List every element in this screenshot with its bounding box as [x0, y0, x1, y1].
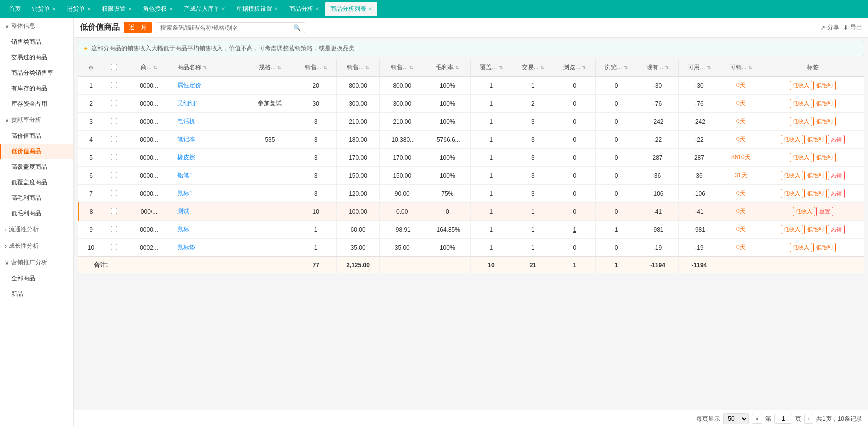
- nav-product-analysis-list[interactable]: 商品分析列表 ✕: [325, 2, 377, 16]
- row-name[interactable]: 铅笔1: [174, 167, 245, 185]
- settings-icon[interactable]: ⚙: [88, 64, 94, 71]
- row-check[interactable]: [111, 208, 117, 214]
- close-icon[interactable]: ✕: [368, 6, 372, 12]
- row-name[interactable]: 鼠标: [174, 221, 245, 239]
- next-page-button[interactable]: ›: [804, 414, 813, 424]
- tag-badge: 低收入: [793, 207, 815, 216]
- row-view1: 0: [554, 239, 595, 257]
- sidebar-item-low-margin[interactable]: 低毛利商品: [0, 206, 73, 221]
- page-number-input[interactable]: [774, 414, 792, 424]
- nav-template[interactable]: 单据模板设置 ✕: [231, 2, 283, 16]
- page-size-select[interactable]: 50 100 200: [723, 413, 749, 424]
- nav-roles[interactable]: 角色授权 ✕: [138, 2, 178, 16]
- sidebar-item-category-sales-rate[interactable]: 商品分类销售率: [0, 65, 73, 81]
- nav-home[interactable]: 首页: [4, 2, 26, 16]
- first-page-button[interactable]: «: [752, 414, 762, 424]
- row-stock: 36: [637, 167, 678, 185]
- row-qty: 30: [295, 95, 336, 113]
- row-check[interactable]: [111, 172, 117, 178]
- sidebar-item-high-value[interactable]: 高价值商品: [0, 128, 73, 144]
- sidebar-item-high-margin[interactable]: 高毛利商品: [0, 190, 73, 206]
- table-row: 7 0000... 鼠标1 3 120.00 90.00 75% 1 3 0 0…: [78, 185, 864, 203]
- row-cover: 1: [470, 239, 512, 257]
- close-icon[interactable]: ✕: [52, 6, 56, 12]
- pagination: 每页显示 50 100 200 « 第 页 › 共1页，10条记录: [696, 413, 862, 424]
- row-days: 0天: [720, 239, 762, 257]
- tag-badge: 低收入: [790, 117, 812, 126]
- row-name[interactable]: 鼠标1: [174, 185, 245, 203]
- row-name[interactable]: 鼠标垫: [174, 239, 245, 257]
- row-avail: -76: [678, 95, 720, 113]
- row-sale1: 180.00: [337, 131, 379, 149]
- sidebar-group-contribution[interactable]: ∨ 贡献率分析: [0, 112, 73, 128]
- row-check[interactable]: [111, 136, 117, 142]
- nav-products-in[interactable]: 产成品入库单 ✕: [179, 2, 230, 16]
- row-no: 9: [78, 221, 104, 239]
- sidebar-item-high-coverage[interactable]: 高覆盖度商品: [0, 159, 73, 175]
- close-icon[interactable]: ✕: [128, 6, 132, 12]
- share-button[interactable]: ↗ 分享: [820, 23, 839, 32]
- row-spec: [245, 149, 295, 167]
- row-tags: 低收入低毛利热销: [762, 185, 864, 203]
- row-check[interactable]: [111, 100, 117, 106]
- tag-badge: 低毛利: [804, 135, 827, 144]
- export-button[interactable]: ⬇ 导出: [843, 23, 862, 32]
- select-all-checkbox[interactable]: [111, 64, 117, 70]
- tag-badge: 热销: [828, 189, 845, 198]
- search-icon[interactable]: 🔍: [293, 24, 301, 31]
- sidebar-group-growth[interactable]: › 成长性分析: [0, 238, 73, 254]
- sidebar-group-overall[interactable]: ∨ 整体信息: [0, 18, 73, 34]
- close-icon[interactable]: ✕: [87, 6, 91, 12]
- row-tags: 低收入低毛利: [762, 239, 864, 257]
- totals-qty: 77: [295, 257, 336, 273]
- nav-product-analysis[interactable]: 商品分析 ✕: [284, 2, 324, 16]
- sidebar-group-marketing[interactable]: ∨ 营销推广分析: [0, 254, 73, 271]
- row-view2: 0: [595, 113, 637, 131]
- row-name[interactable]: 测试: [174, 203, 245, 221]
- sidebar-group-circulation[interactable]: › 流通性分析: [0, 221, 73, 238]
- row-name[interactable]: 电话机: [174, 113, 245, 131]
- row-view2: 0: [595, 185, 637, 203]
- view-link[interactable]: 1: [573, 226, 576, 233]
- nav-purchase[interactable]: 进货单 ✕: [62, 2, 96, 16]
- close-icon[interactable]: ✕: [169, 6, 173, 12]
- sidebar-item-low-value[interactable]: 低价值商品: [0, 144, 73, 159]
- row-sale1: 170.00: [337, 149, 379, 167]
- chevron-down-icon: ∨: [5, 259, 9, 266]
- row-view2: 0: [595, 167, 637, 185]
- row-name[interactable]: 吴细细1: [174, 95, 245, 113]
- row-check[interactable]: [111, 244, 117, 250]
- data-table-container[interactable]: ⚙ 商... ⇅ 商品名称 ⇅ 规格... ⇅ 销售... ⇅ 销售... ⇅ …: [78, 59, 864, 410]
- row-checkbox: [104, 221, 124, 239]
- tag-badge: 低毛利: [813, 243, 836, 252]
- sidebar-item-stock-capital[interactable]: 库存资金占用: [0, 96, 73, 112]
- row-check[interactable]: [111, 190, 117, 196]
- sidebar-item-stock-products[interactable]: 有库存的商品: [0, 81, 73, 96]
- sidebar-item-traded-products[interactable]: 交易过的商品: [0, 50, 73, 65]
- nav-permissions[interactable]: 权限设置 ✕: [97, 2, 137, 16]
- row-qty: 3: [295, 149, 336, 167]
- filter-button[interactable]: 近一月: [124, 22, 152, 33]
- close-icon[interactable]: ✕: [274, 6, 278, 12]
- nav-sales[interactable]: 销货单 ✕: [27, 2, 61, 16]
- row-qty: 1: [295, 221, 336, 239]
- chevron-right-icon: ›: [5, 226, 7, 233]
- row-name[interactable]: 橡皮擦: [174, 149, 245, 167]
- row-check[interactable]: [111, 154, 117, 160]
- sidebar-item-low-coverage[interactable]: 低覆盖度商品: [0, 175, 73, 190]
- row-name[interactable]: 笔记本: [174, 131, 245, 149]
- sidebar-item-sales-products[interactable]: 销售类商品: [0, 34, 73, 50]
- row-name[interactable]: 属性定价: [174, 76, 245, 95]
- search-input[interactable]: [160, 24, 291, 31]
- total-info: 共1页，10条记录: [816, 415, 862, 423]
- row-sale1: 35.00: [337, 239, 379, 257]
- row-checkbox: [104, 203, 124, 221]
- row-check[interactable]: [111, 82, 117, 88]
- close-icon[interactable]: ✕: [221, 6, 225, 12]
- sidebar-item-all-products[interactable]: 全部商品: [0, 271, 73, 286]
- row-check[interactable]: [111, 226, 117, 232]
- close-icon[interactable]: ✕: [315, 6, 319, 12]
- sidebar-item-new-products[interactable]: 新品: [0, 286, 73, 302]
- row-check[interactable]: [111, 118, 117, 124]
- row-sale2: 150.00: [379, 167, 425, 185]
